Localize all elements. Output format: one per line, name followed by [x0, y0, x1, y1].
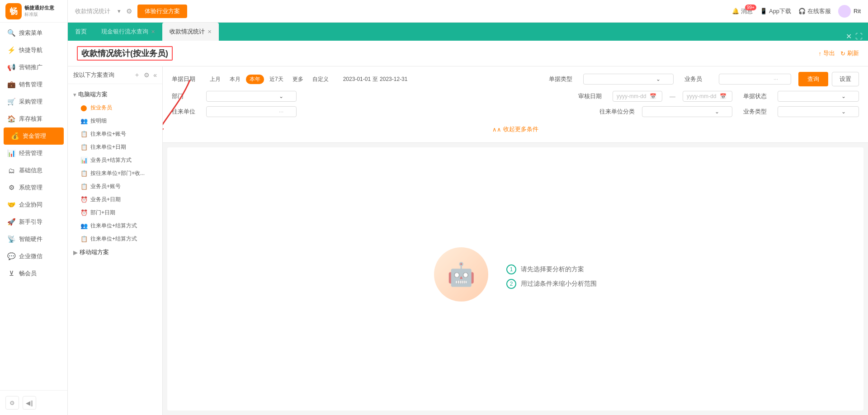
right-panel: 单据日期 上月 本月 本年 近7天 更多 自定义 2023-01-01 至 — [163, 66, 868, 415]
doc-status-select[interactable]: ⌄ — [778, 91, 859, 102]
chevron-right-icon: ▶ — [73, 249, 78, 256]
scheme-tree: ▾ 电脑端方案 ⬤ 按业务员 👥 按明细 📋 — [68, 84, 162, 415]
sidebar-item-corp[interactable]: 🤝企业协同 — [0, 196, 67, 213]
refresh-button[interactable]: ↻ 刷新 — [840, 49, 859, 57]
settings-button[interactable]: 设置 — [832, 72, 859, 86]
tab-close-all-icon[interactable]: ✕ — [846, 32, 852, 41]
scheme-item-dept-date[interactable]: ⏰ 部门+日期 — [68, 206, 162, 219]
salesperson-select[interactable]: ··· — [719, 74, 791, 85]
salesperson-payment-icon: 📊 — [80, 157, 88, 164]
topbar-gear-icon[interactable]: ⚙ — [126, 7, 132, 15]
date-tab-thismonth[interactable]: 本月 — [226, 75, 244, 84]
scheme-item-detail[interactable]: 👥 按明细 — [68, 114, 162, 127]
sidebar-item-operation[interactable]: 📊经营管理 — [0, 145, 67, 162]
tab-bank-close[interactable]: ✕ — [151, 29, 155, 35]
collapse-sidebar-button[interactable]: ◀‖ — [23, 396, 36, 410]
sidebar-item-sales[interactable]: 💼销售管理 — [0, 76, 67, 93]
export-icon: ↑ — [819, 50, 822, 57]
tree-group-desktop: ▾ 电脑端方案 ⬤ 按业务员 👥 按明细 📋 — [68, 88, 162, 245]
add-scheme-button[interactable]: ＋ — [134, 71, 140, 79]
dept-date-icon: ⏰ — [80, 209, 88, 216]
scheme-item-partner-settlement1[interactable]: 👥 往来单位+结算方式 — [68, 219, 162, 232]
message-button[interactable]: 🔔 消息 99+ — [732, 7, 753, 15]
partner-select[interactable]: ··· — [206, 106, 297, 117]
msg-badge: 99+ — [745, 5, 756, 10]
scheme-settings-icon[interactable]: ⚙ — [144, 71, 150, 79]
dept-select[interactable]: ⌄ — [206, 91, 297, 102]
date-tab-more[interactable]: 更多 — [289, 75, 307, 84]
salesperson-dots-icon: ··· — [774, 76, 778, 82]
tab-home[interactable]: 首页 — [68, 23, 94, 41]
wechat-icon: 💬 — [7, 252, 15, 260]
date-tab-thisyear[interactable]: 本年 — [246, 75, 264, 84]
review-date-from-input[interactable]: yyyy-mm-dd 📅 — [613, 91, 662, 102]
tab-receipt[interactable]: 收款情况统计 ✕ — [162, 23, 219, 41]
detail-icon: 👥 — [80, 118, 88, 124]
tabbar-right: ✕ ⛶ — [846, 32, 868, 41]
panel-header: 按以下方案查询 ＋ ⚙ « — [68, 66, 162, 84]
collapse-filter-button[interactable]: ∧∧ 收起更多条件 — [489, 122, 542, 137]
query-button[interactable]: 查询 — [798, 72, 828, 86]
tab-bank[interactable]: 现金银行流水查询 ✕ — [94, 23, 162, 41]
tree-group-desktop-header[interactable]: ▾ 电脑端方案 — [68, 88, 162, 101]
sidebar-item-finance[interactable]: 💰资金管理 — [4, 127, 64, 145]
scheme-item-partner-dept[interactable]: 📋 按往来单位+部门+收... — [68, 167, 162, 180]
scheme-item-salesperson[interactable]: ⬤ 按业务员 — [68, 101, 162, 114]
calendar-icon-to: 📅 — [720, 93, 726, 99]
doc-type-select[interactable]: ⌄ — [583, 74, 674, 85]
sidebar-item-hardware[interactable]: 📡智能硬件 — [0, 231, 67, 248]
scheme-item-salesperson-account[interactable]: 📋 业务员+账号 — [68, 180, 162, 193]
settings-footer-button[interactable]: ⚙ — [5, 396, 19, 410]
sidebar-item-system[interactable]: ⚙系统管理 — [0, 179, 67, 196]
empty-step-2: 2 用过滤条件来缩小分析范围 — [506, 279, 597, 289]
scheme-item-partner-account[interactable]: 📋 往来单位+账号 — [68, 127, 162, 141]
scheme-item-salesperson-date[interactable]: ⏰ 业务员+日期 — [68, 193, 162, 206]
sidebar-item-guide[interactable]: 🚀新手引导 — [0, 213, 67, 231]
partner-account-icon: 📋 — [80, 131, 88, 137]
sidebar-item-basic[interactable]: 🗂基础信息 — [0, 162, 67, 179]
partner-category-select[interactable]: ⌄ — [642, 106, 732, 117]
collapse-panel-icon[interactable]: « — [153, 71, 157, 79]
trial-button[interactable]: 体验行业方案 — [137, 5, 187, 18]
finance-icon: 💰 — [11, 132, 19, 140]
sidebar-item-purchase[interactable]: 🛒采购管理 — [0, 93, 67, 110]
date-tab-7days[interactable]: 近7天 — [266, 75, 287, 84]
sidebar-item-quicknav[interactable]: ⚡快捷导航 — [0, 42, 67, 59]
active-scheme-icon: ⬤ — [80, 104, 88, 111]
tab-receipt-close[interactable]: ✕ — [208, 29, 212, 35]
filter-row-2: 部门 ⌄ 审核日期 yyyy-mm-dd 📅 — — [172, 91, 859, 102]
sidebar-footer: ⚙ ◀‖ — [0, 390, 67, 415]
marketing-icon: 📢 — [7, 63, 15, 71]
sidebar-item-search[interactable]: 🔍搜索菜单 — [0, 24, 67, 42]
review-date-to-input[interactable]: yyyy-mm-dd 📅 — [683, 91, 732, 102]
date-tabs: 上月 本月 本年 近7天 更多 自定义 — [206, 75, 332, 84]
tab-expand-icon[interactable]: ⛶ — [855, 33, 863, 41]
app-download-button[interactable]: 📱 App下载 — [760, 7, 791, 15]
partner-label: 往来单位 — [172, 108, 199, 116]
empty-steps: 1 请先选择要分析的方案 2 用过滤条件来缩小分析范围 — [506, 264, 597, 293]
export-button[interactable]: ↑ 导出 — [819, 49, 835, 57]
biz-type-select[interactable]: ⌄ — [778, 106, 859, 117]
inventory-icon: 🏠 — [7, 115, 15, 123]
logo-badge: 标准版 — [24, 11, 54, 18]
sidebar-item-marketing[interactable]: 📢营销推广 — [0, 59, 67, 76]
scheme-item-partner-date[interactable]: 📋 往来单位+日期 — [68, 141, 162, 154]
scheme-item-partner-settlement2[interactable]: 📋 往来单位+结算方式 — [68, 232, 162, 245]
sidebar-item-member[interactable]: ⊻畅会员 — [0, 265, 67, 282]
step-2-number: 2 — [506, 279, 516, 289]
filter-row-3: 往来单位 ··· 往来单位分类 ⌄ 业务类型 — [172, 106, 859, 117]
date-tab-custom[interactable]: 自定义 — [309, 75, 332, 84]
topbar-dropdown-icon[interactable]: ▾ — [118, 8, 121, 14]
customer-service-button[interactable]: 🎧 在线客服 — [798, 7, 831, 15]
user-area[interactable]: Rit — [838, 5, 861, 18]
sidebar-item-inventory[interactable]: 🏠库存核算 — [0, 110, 67, 127]
salesperson-account-icon: 📋 — [80, 183, 88, 190]
doc-type-label: 单据类型 — [549, 75, 576, 83]
tree-group-mobile-header[interactable]: ▶ 移动端方案 — [68, 245, 162, 259]
sidebar-item-wechat[interactable]: 💬企业微信 — [0, 248, 67, 265]
page-header-actions: ↑ 导出 ↻ 刷新 — [819, 49, 859, 57]
scheme-item-salesperson-payment[interactable]: 📊 业务员+结算方式 — [68, 154, 162, 167]
date-tab-lastmonth[interactable]: 上月 — [206, 75, 224, 84]
tree-group-mobile: ▶ 移动端方案 — [68, 245, 162, 259]
topbar-breadcrumb: 收款情况统计 — [75, 7, 110, 15]
